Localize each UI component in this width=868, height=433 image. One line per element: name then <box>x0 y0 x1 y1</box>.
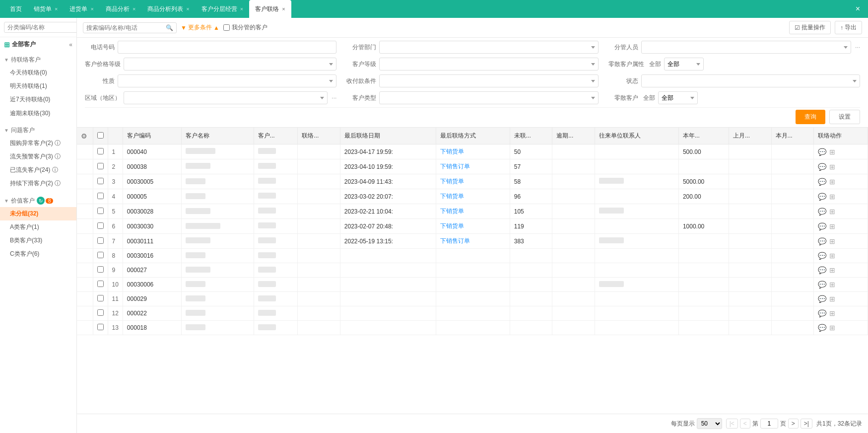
grid-action-icon[interactable]: ⊞ <box>829 163 835 171</box>
tab-product-analysis-list[interactable]: 商品分析列表 × <box>141 0 195 18</box>
region-select[interactable] <box>124 91 328 104</box>
sidebar-group-pending-title[interactable]: ▼ 待联络客户 <box>0 54 76 66</box>
reset-button[interactable]: 设置 <box>829 110 860 124</box>
staff-select[interactable] <box>641 41 851 54</box>
sidebar-item-class-b[interactable]: B类客户(33) <box>0 234 76 247</box>
row-checkbox[interactable] <box>97 266 104 273</box>
close-product-analysis[interactable]: × <box>133 6 135 12</box>
row-checkbox[interactable] <box>97 237 104 244</box>
main-search-input[interactable] <box>86 24 166 31</box>
sidebar-search-input[interactable] <box>4 22 77 33</box>
tab-customer-segment[interactable]: 客户分层经营 × <box>196 0 249 18</box>
last-way-link[interactable]: 下销货单 <box>440 178 464 185</box>
next-page-btn[interactable]: > <box>788 419 799 429</box>
sidebar-item-ungroup[interactable]: 未分组(32) <box>0 207 76 220</box>
row-checkbox[interactable] <box>97 324 104 330</box>
first-page-btn[interactable]: |< <box>726 419 738 429</box>
last-page-btn[interactable]: >| <box>801 419 812 429</box>
last-way-link[interactable]: 下销货单 <box>440 193 464 200</box>
retail-attr-select[interactable]: 全部 <box>664 58 704 71</box>
chat-icon[interactable]: 💬 <box>818 148 826 156</box>
grid-action-icon[interactable]: ⊞ <box>829 237 835 245</box>
close-all-button[interactable]: × <box>852 4 864 13</box>
select-all-checkbox[interactable] <box>97 132 104 139</box>
chat-icon[interactable]: 💬 <box>818 309 826 317</box>
row-checkbox[interactable] <box>97 208 104 214</box>
last-way-link[interactable]: 下销货单 <box>440 148 464 155</box>
chat-icon[interactable]: 💬 <box>818 222 826 230</box>
chat-icon[interactable]: 💬 <box>818 324 826 332</box>
close-purchase-order[interactable]: × <box>90 6 93 12</box>
sidebar-item-7days[interactable]: 近7天待联络(0) <box>0 93 76 106</box>
last-way-link[interactable]: 下销货单 <box>440 222 464 229</box>
page-input[interactable] <box>760 419 778 429</box>
last-way-link[interactable]: 下销货单 <box>440 208 464 215</box>
tab-home[interactable]: 首页 <box>4 0 28 18</box>
tab-customer-contact[interactable]: 客户联络 × <box>249 0 291 18</box>
chat-icon[interactable]: 💬 <box>818 295 826 303</box>
main-search-icon[interactable]: 🔍 <box>166 24 173 31</box>
prev-page-btn[interactable]: < <box>740 419 750 429</box>
chat-icon[interactable]: 💬 <box>818 193 826 201</box>
grid-action-icon[interactable]: ⊞ <box>829 295 835 303</box>
grid-action-icon[interactable]: ⊞ <box>829 324 835 332</box>
last-way-link[interactable]: 下销售订单 <box>440 237 470 244</box>
sidebar-item-class-c[interactable]: C类客户(6) <box>0 247 76 261</box>
sidebar-item-today[interactable]: 今天待联络(0) <box>0 66 76 79</box>
row-checkbox[interactable] <box>97 309 104 316</box>
sidebar-item-overdue[interactable]: 逾期未联络(30) <box>0 107 76 120</box>
sidebar-item-tomorrow[interactable]: 明天待联络(1) <box>0 79 76 93</box>
grid-action-icon[interactable]: ⊞ <box>829 222 835 230</box>
sidebar-item-lost[interactable]: 已流失客户(24) ⓘ <box>0 163 76 177</box>
tab-sales-order[interactable]: 销货单 × <box>28 0 64 18</box>
chat-icon[interactable]: 💬 <box>818 163 826 171</box>
grid-action-icon[interactable]: ⊞ <box>829 281 835 289</box>
sidebar-collapse-btn[interactable]: « <box>69 41 72 48</box>
retail-cust-select[interactable]: 全部 <box>658 91 698 104</box>
close-product-analysis-list[interactable]: × <box>186 6 189 12</box>
my-customers-checkbox[interactable] <box>223 24 230 31</box>
staff-more-icon[interactable]: ··· <box>855 44 860 51</box>
sidebar-all-customers[interactable]: ⊞ 全部客户 « <box>0 37 76 52</box>
sidebar-group-problem-title[interactable]: ▼ 问题客户 <box>0 124 76 137</box>
sidebar-item-class-a[interactable]: A类客户(1) <box>0 220 76 234</box>
chat-icon[interactable]: 💬 <box>818 252 826 260</box>
query-button[interactable]: 查询 <box>796 110 825 124</box>
dept-select[interactable] <box>379 41 598 54</box>
row-checkbox[interactable] <box>97 281 104 287</box>
price-level-select[interactable] <box>124 58 336 71</box>
more-conditions-btn[interactable]: ▼ 更多条件 ▲ <box>181 23 219 32</box>
grid-action-icon[interactable]: ⊞ <box>829 309 835 317</box>
grid-action-icon[interactable]: ⊞ <box>829 252 835 260</box>
sidebar-item-warning[interactable]: 流失预警客户(3) ⓘ <box>0 150 76 163</box>
tab-product-analysis[interactable]: 商品分析 × <box>100 0 141 18</box>
row-checkbox[interactable] <box>97 252 104 258</box>
refresh-icon[interactable]: ↻ <box>37 197 45 205</box>
chat-icon[interactable]: 💬 <box>818 266 826 274</box>
export-button[interactable]: ↑ 导出 <box>835 21 862 34</box>
sidebar-item-declining[interactable]: 持续下滑客户(2) ⓘ <box>0 177 76 190</box>
row-checkbox[interactable] <box>97 193 104 199</box>
chat-icon[interactable]: 💬 <box>818 281 826 289</box>
cust-level-select[interactable] <box>379 58 598 71</box>
status-select[interactable] <box>641 74 860 87</box>
chat-icon[interactable]: 💬 <box>818 208 826 216</box>
chat-icon[interactable]: 💬 <box>818 237 826 245</box>
row-checkbox[interactable] <box>97 163 104 169</box>
chat-icon[interactable]: 💬 <box>818 178 826 186</box>
nature-select[interactable] <box>118 74 336 87</box>
settings-icon[interactable]: ⚙ <box>81 132 87 140</box>
last-way-link[interactable]: 下销售订单 <box>440 163 470 170</box>
region-more-icon[interactable]: ··· <box>332 94 336 101</box>
cust-type-select[interactable] <box>379 91 598 104</box>
tab-purchase-order[interactable]: 进货单 × <box>64 0 99 18</box>
grid-action-icon[interactable]: ⊞ <box>829 193 835 201</box>
row-checkbox[interactable] <box>97 178 104 184</box>
grid-action-icon[interactable]: ⊞ <box>829 208 835 216</box>
phone-input[interactable] <box>118 41 336 54</box>
grid-action-icon[interactable]: ⊞ <box>829 178 835 186</box>
row-checkbox[interactable] <box>97 295 104 301</box>
batch-ops-button[interactable]: ☑ 批量操作 <box>789 21 831 34</box>
payment-select[interactable] <box>379 74 598 87</box>
grid-action-icon[interactable]: ⊞ <box>829 266 835 274</box>
